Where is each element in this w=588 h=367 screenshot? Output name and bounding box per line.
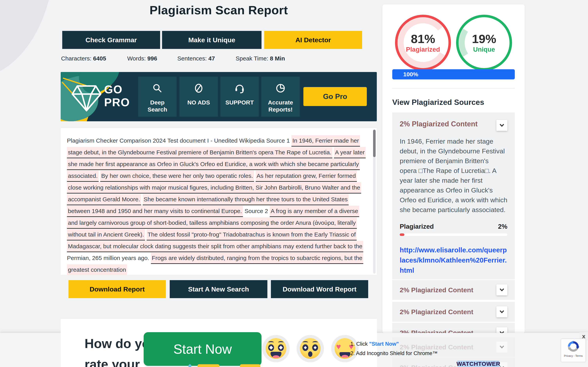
recaptcha-terms[interactable]: Privacy - Terms [564, 354, 583, 358]
source-progress-track [400, 234, 507, 236]
source-title: 2% Plagiarized Content [400, 343, 473, 351]
pie-chart-icon [274, 82, 287, 95]
source-title: 2% Plagiarized Content [400, 308, 473, 316]
source-excerpt: In 1946, Ferrier made her stage debut, i… [400, 136, 507, 215]
emoji-eye [302, 344, 308, 351]
headset-icon [233, 82, 246, 95]
expand-source-button[interactable] [496, 327, 507, 333]
plagiarized-label: Plagiarized [406, 46, 440, 53]
source-card: 2% Plagiarized Content [392, 280, 515, 300]
results-sidebar: 81% Plagiarized 19% Unique 100% View Pla… [383, 5, 525, 333]
feature-label: Accurate Reports! [261, 99, 300, 113]
astonished-emoji[interactable] [297, 335, 324, 362]
plagiarized-gauge: 81% Plagiarized [395, 15, 451, 71]
emoji-sliver-decoration [188, 364, 191, 367]
text-scrollbar-thumb[interactable] [373, 130, 376, 157]
emoji-eye [312, 344, 318, 351]
stat-label: Speak Time: [236, 55, 268, 62]
feature-label: SUPPORT [224, 99, 255, 106]
expand-source-button[interactable] [496, 306, 507, 317]
emoji-face [266, 338, 286, 359]
emoji-eye [278, 344, 284, 351]
check-grammar-button[interactable]: Check Grammar [62, 31, 160, 49]
stat-sentences: Sentences: 47 [177, 55, 215, 62]
watchtower-logo: WATCHTOWER [457, 360, 499, 367]
emoji-heart-eye: ♥ [336, 342, 341, 351]
page-title: Plagiarism Scan Report [61, 3, 377, 17]
go-pro-brand: GO PRO [104, 83, 130, 109]
stat-speak-time: Speak Time: 8 Min [236, 55, 285, 62]
no-ads-icon [193, 82, 205, 95]
go-pro-button[interactable]: Go Pro [303, 87, 367, 106]
emoji-brow [303, 341, 308, 344]
source-card: 2% Plagiarized Content [392, 302, 515, 322]
sources-heading: View Plagiarized Sources [392, 98, 484, 107]
stat-label: Sentences: [177, 55, 207, 62]
stat-label: Characters: [61, 55, 91, 62]
report-text: Plagiarism Checker Comparison 2024 Test … [67, 135, 366, 275]
source-title: 2% Plagiarized Content [400, 329, 473, 333]
source-bar-value: 2% [498, 223, 507, 230]
search-icon [151, 82, 163, 95]
source-title: 2% Plagiarized Content [400, 286, 473, 294]
diamond-icon [71, 84, 102, 113]
text-segment: Plagiarism Checker Comparison 2024 Test … [67, 137, 290, 144]
star-struck-emoji[interactable] [262, 335, 290, 362]
step-1-start-now-link[interactable]: "Start Now" [369, 341, 399, 347]
collapse-source-button[interactable] [496, 120, 507, 131]
unique-gauge: 19% Unique [456, 15, 512, 71]
source-title: 2% Plagiarized Content [400, 120, 477, 128]
scan-progress-bar: 100% [392, 69, 515, 79]
recaptcha-icon [567, 341, 579, 353]
feature-support: SUPPORT [220, 77, 259, 117]
ai-detector-button[interactable]: AI Detector [264, 31, 362, 49]
feature-deep-search: Deep Search [138, 77, 177, 117]
text-segment: Source 2 [245, 208, 268, 214]
emoji-brow [312, 341, 318, 344]
stat-value: 47 [208, 55, 215, 62]
start-new-search-button[interactable]: Start A New Search [170, 280, 267, 298]
rating-heading-line1: How do yo [85, 336, 150, 351]
feature-label: NO ADS [186, 99, 212, 106]
emoji-sliver-decoration [197, 364, 219, 367]
emoji-eye [268, 344, 274, 351]
recaptcha-badge[interactable]: Privacy - Terms [561, 339, 586, 362]
stat-value: 8 Min [270, 55, 285, 62]
chevron-down-icon [500, 365, 504, 367]
report-text-panel: Plagiarism Checker Comparison 2024 Test … [61, 128, 377, 275]
step-1: 1. Click "Start Now" [350, 341, 399, 347]
brand-line: PRO [104, 96, 130, 109]
source-link[interactable]: http://www.elisarolle.com/queerplaces/kl… [400, 245, 507, 275]
divider [392, 88, 515, 88]
text-segment: Permian, 265 million years ago. [67, 255, 149, 261]
emoji-mouth [308, 351, 312, 357]
plagiarized-segment: By her own choice, these were her only t… [100, 170, 254, 182]
emoji-sliver-decoration [240, 364, 260, 367]
stat-value: 6405 [93, 55, 106, 62]
emoji-brow [278, 341, 284, 344]
scan-progress-label: 100% [403, 71, 418, 78]
expand-source-button[interactable] [496, 284, 507, 295]
stat-words: Words: 996 [127, 55, 157, 62]
make-it-unique-button[interactable]: Make it Unique [162, 31, 262, 49]
feature-label: Deep Search [138, 99, 177, 113]
corner-decoration [0, 0, 55, 78]
download-word-report-button[interactable]: Download Word Report [271, 280, 368, 298]
emoji-mouth [339, 352, 350, 358]
source-card-expanded: 2% Plagiarized Content In 1946, Ferrier … [392, 112, 515, 279]
step-2-text: 2. Add Incognito Shield for Chrome™ [350, 350, 438, 356]
stat-characters: Characters: 6405 [61, 55, 106, 62]
step-1-text: 1. Click [350, 341, 369, 347]
chevron-down-icon [500, 330, 504, 333]
download-report-button[interactable]: Download Report [68, 280, 166, 298]
chevron-down-icon [500, 122, 504, 127]
emoji-brow [268, 341, 274, 344]
feature-no-ads: NO ADS [179, 77, 218, 117]
chevron-down-icon [500, 309, 504, 313]
start-now-button[interactable]: Start Now [144, 332, 262, 366]
rating-heading-line2: rate your [85, 357, 140, 367]
text-scrollbar-track[interactable] [373, 129, 376, 274]
heart-eyes-emoji[interactable]: ♥ ♥ [331, 335, 358, 362]
source-progress-fill [400, 234, 404, 236]
expand-source-button[interactable] [496, 342, 507, 352]
